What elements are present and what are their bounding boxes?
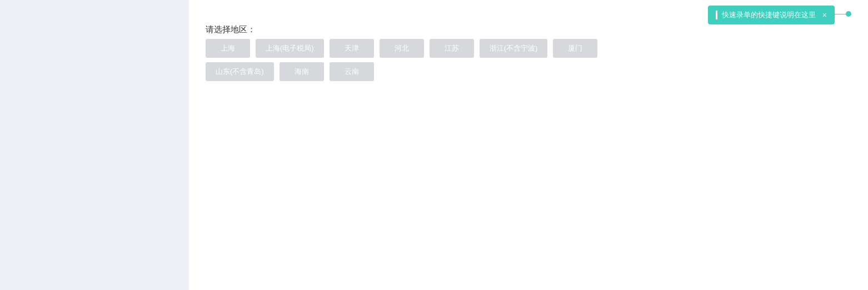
tooltip-bar [716, 11, 717, 19]
tooltip-close-button[interactable]: × [822, 11, 827, 19]
dot-indicator [846, 11, 851, 17]
region-buttons-row1: 上海上海(电子税局)天津河北江苏浙江(不含宁波)厦门 [206, 39, 597, 58]
region-button-hebei[interactable]: 河北 [380, 39, 424, 58]
region-button-hainan[interactable]: 海南 [280, 62, 324, 81]
region-button-jiangsu[interactable]: 江苏 [430, 39, 474, 58]
tooltip-banner: 快速录单的快捷键说明在这里 × [708, 6, 835, 24]
section-title: 请选择地区： [206, 24, 256, 35]
region-button-shanghai[interactable]: 上海 [206, 39, 250, 58]
region-button-shandong[interactable]: 山东(不含青岛) [206, 62, 274, 81]
connector-line [832, 14, 846, 14]
region-buttons-row2: 山东(不含青岛)海南云南 [206, 62, 374, 81]
left-sidebar [0, 0, 189, 290]
region-button-tianjin[interactable]: 天津 [330, 39, 374, 58]
region-button-shanghai-etax[interactable]: 上海(电子税局) [256, 39, 324, 58]
region-button-yunnan[interactable]: 云南 [330, 62, 374, 81]
region-button-zhejiang[interactable]: 浙江(不含宁波) [480, 39, 548, 58]
region-button-xiamen[interactable]: 厦门 [553, 39, 597, 58]
main-content: 请选择地区： 上海上海(电子税局)天津河北江苏浙江(不含宁波)厦门 山东(不含青… [189, 0, 868, 290]
tooltip-text: 快速录单的快捷键说明在这里 [722, 10, 816, 20]
